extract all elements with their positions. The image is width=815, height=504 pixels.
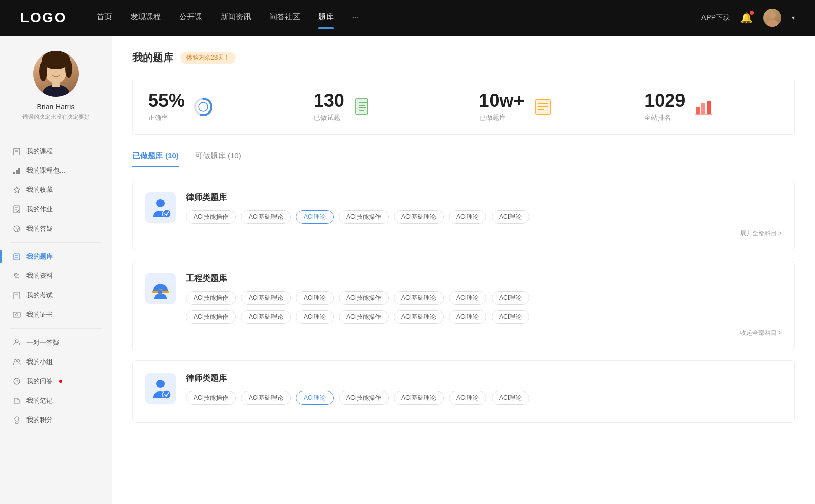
sidebar: Brian Harris 错误的决定比没有决定要好 我的课程 我的课程包... [0,36,112,504]
nav-qa[interactable]: 问答社区 [269,12,300,24]
bank-lawyer-expand-1[interactable]: 展开全部科目 > [186,229,782,238]
bank-tag-2-1[interactable]: ACI基础理论 [241,391,291,405]
bank-tag-2-4[interactable]: ACI基础理论 [394,391,444,405]
bank-tag-0-2[interactable]: ACI理论 [296,210,334,224]
logo[interactable]: LOGO [20,10,66,26]
bank-tag-1-r2-5[interactable]: ACI理论 [449,310,486,324]
tab-done-banks[interactable]: 已做题库 (10) [132,151,179,167]
sidebar-avatar [33,51,79,97]
sidebar-label-my-question: 我的问答 [26,377,53,386]
sidebar-username: Brian Harris [37,103,75,111]
svg-rect-12 [13,172,15,174]
svg-point-31 [16,314,18,316]
sidebar-item-favorites[interactable]: 我的收藏 [0,180,112,200]
page-title: 我的题库 [132,51,173,65]
nav-discover[interactable]: 发现课程 [130,12,161,24]
bank-engineer-expand[interactable]: 收起全部科目 > [186,329,782,338]
avatar-image [763,9,781,27]
sidebar-nav: 我的课程 我的课程包... 我的收藏 我的作业 [0,142,112,430]
sidebar-item-questionbank[interactable]: 我的题库 [0,247,112,266]
sidebar-item-my-course[interactable]: 我的课程 [0,142,112,161]
sidebar-item-qa-answer[interactable]: ? 我的答疑 [0,219,112,238]
user-avatar[interactable] [763,9,781,27]
svg-point-33 [14,360,17,362]
sidebar-label-questionbank: 我的题库 [26,252,53,261]
nav-home[interactable]: 首页 [97,12,112,24]
bank-tag-1-r2-2[interactable]: ACI理论 [296,310,334,324]
tab-available-banks[interactable]: 可做题库 (10) [195,151,241,167]
svg-rect-21 [14,254,20,260]
svg-point-59 [158,289,163,294]
bank-tag-2-5[interactable]: ACI理论 [449,391,486,405]
bank-tag-0-6[interactable]: ACI理论 [492,210,529,224]
bank-tag-1-r1-5[interactable]: ACI理论 [449,291,486,305]
bank-tag-1-r1-3[interactable]: ACI技能操作 [339,291,389,305]
sidebar-item-course-package[interactable]: 我的课程包... [0,161,112,180]
bank-tag-1-r1-2[interactable]: ACI理论 [296,291,334,305]
stat-done-banks-value: 10w+ [479,92,525,110]
svg-point-34 [17,360,20,362]
bank-tag-2-6[interactable]: ACI理论 [492,391,529,405]
sidebar-label-my-points: 我的积分 [26,415,53,425]
sidebar-item-my-cert[interactable]: 我的证书 [0,305,112,324]
sidebar-item-my-data[interactable]: 我的资料 [0,266,112,286]
avatar-silhouette [763,9,781,27]
bank-tag-2-3[interactable]: ACI技能操作 [339,391,389,405]
nav-news[interactable]: 新闻资讯 [221,12,251,24]
svg-point-1 [767,20,778,27]
bank-tag-0-4[interactable]: ACI基础理论 [394,210,444,224]
bank-tag-1-r2-3[interactable]: ACI技能操作 [339,310,389,324]
banks-icon [533,97,553,117]
bank-tag-1-r2-4[interactable]: ACI基础理论 [394,310,444,324]
sidebar-item-my-question[interactable]: ? 我的问答 [0,372,112,391]
question-notification-dot [59,380,62,383]
sidebar-item-my-points[interactable]: 我的积分 [0,410,112,430]
bank-card-lawyer-icon-1 [145,192,176,223]
sidebar-label-my-group: 我的小组 [26,357,53,367]
sidebar-item-my-notes[interactable]: 我的笔记 [0,391,112,410]
nav-questionbank[interactable]: 题库 [318,12,334,24]
bank-tag-1-r1-0[interactable]: ACI技能操作 [186,291,236,305]
bank-tag-0-0[interactable]: ACI技能操作 [186,210,236,224]
avatar-photo [33,51,79,97]
sidebar-item-my-exam[interactable]: 我的考试 [0,286,112,305]
sidebar-label-my-exam: 我的考试 [26,291,53,300]
app-download-link[interactable]: APP下载 [701,13,730,22]
nav-open-course[interactable]: 公开课 [179,12,202,24]
page-header: 我的题库 体验剩余23天！ [132,51,795,65]
bank-card-lawyer-1: 律师类题库 ACI技能操作 ACI基础理论 ACI理论 ACI技能操作 ACI基… [132,180,795,250]
notes-icon [12,396,21,405]
sidebar-item-homework[interactable]: 我的作业 [0,200,112,219]
svg-point-56 [156,199,165,207]
bank-tag-2-0[interactable]: ACI技能操作 [186,391,236,405]
sidebar-label-favorites: 我的收藏 [26,185,53,194]
course-package-icon [12,166,21,175]
sidebar-item-my-group[interactable]: 我的小组 [0,352,112,372]
bank-tag-1-r1-4[interactable]: ACI基础理论 [394,291,444,305]
bank-tag-1-r1-6[interactable]: ACI理论 [492,291,529,305]
sidebar-divider-2 [10,328,101,329]
points-icon [12,415,21,425]
bank-tag-1-r2-0[interactable]: ACI技能操作 [186,310,236,324]
bank-tag-0-5[interactable]: ACI理论 [449,210,486,224]
sidebar-label-my-data: 我的资料 [26,271,53,281]
svg-rect-28 [14,292,20,299]
bank-tag-1-r1-1[interactable]: ACI基础理论 [241,291,291,305]
bank-tag-1-r2-1[interactable]: ACI基础理论 [241,310,291,324]
sidebar-label-my-notes: 我的笔记 [26,396,53,405]
svg-marker-15 [14,187,20,193]
sidebar-label-qa-answer: 我的答疑 [26,224,53,233]
bank-tag-0-3[interactable]: ACI技能操作 [339,210,389,224]
bank-tag-1-r2-6[interactable]: ACI理论 [492,310,529,324]
trial-badge: 体验剩余23天！ [180,52,236,64]
svg-text:?: ? [16,227,19,232]
bank-tag-0-1[interactable]: ACI基础理论 [241,210,291,224]
topnav-right: APP下载 🔔 ▾ [701,9,795,27]
bank-tag-2-2[interactable]: ACI理论 [296,391,334,405]
notification-bell[interactable]: 🔔 [740,12,753,24]
bank-engineer-tags-row1: ACI技能操作 ACI基础理论 ACI理论 ACI技能操作 ACI基础理论 AC… [186,291,782,305]
sidebar-item-one-on-one[interactable]: 一对一答疑 [0,333,112,352]
avatar-chevron-icon[interactable]: ▾ [792,14,795,21]
svg-rect-52 [696,107,700,114]
nav-more[interactable]: ··· [352,13,359,23]
